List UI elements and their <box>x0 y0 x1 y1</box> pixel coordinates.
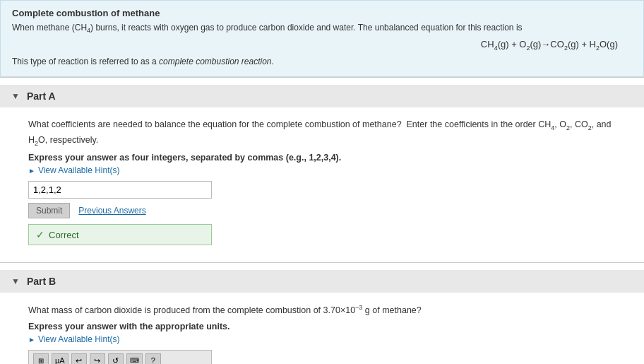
correct-box: ✓ Correct <box>28 224 212 245</box>
part-b-arrow-icon: ▼ <box>11 276 20 286</box>
value-units-toolbar: ⊞ μA ↩ ↪ ↺ ⌨ ? <box>28 350 212 364</box>
redo-button[interactable]: ↪ <box>90 353 105 364</box>
reset-button[interactable]: ↺ <box>108 353 124 364</box>
part-b-content: What mass of carbon dioxide is produced … <box>0 293 644 364</box>
grid-icon-button[interactable]: ⊞ <box>33 353 49 364</box>
redo-icon: ↪ <box>94 356 100 364</box>
mu-button[interactable]: μA <box>52 353 68 364</box>
part-b-label: Part B <box>27 276 56 287</box>
part-b-hint-arrow-icon: ► <box>28 336 35 344</box>
part-b-hint-label: View Available Hint(s) <box>38 334 120 344</box>
header-description: When methane (CH4) burns, it reacts with… <box>12 21 632 36</box>
part-a-submit-row: Submit Previous Answers <box>28 203 623 218</box>
part-a-header[interactable]: ▼ Part A <box>0 85 644 107</box>
part-b-hint-link[interactable]: ► View Available Hint(s) <box>28 334 623 344</box>
grid-icon: ⊞ <box>38 357 44 364</box>
part-a-question: What coefficients are needed to balance … <box>28 117 623 148</box>
undo-button[interactable]: ↩ <box>71 353 87 364</box>
help-icon: ? <box>151 356 155 364</box>
mu-icon: μA <box>55 356 65 364</box>
help-button[interactable]: ? <box>145 353 161 364</box>
header-box: Complete combustion of methane When meth… <box>0 0 644 77</box>
part-a-hint-link[interactable]: ► View Available Hint(s) <box>28 165 623 175</box>
part-a-answer-input[interactable] <box>28 181 212 199</box>
part-a-section: ▼ Part A What coefficients are needed to… <box>0 77 644 262</box>
part-b-header[interactable]: ▼ Part B <box>0 270 644 293</box>
part-a-arrow-icon: ▼ <box>11 91 20 101</box>
checkmark-icon: ✓ <box>36 229 44 240</box>
part-a-submit-button[interactable]: Submit <box>28 203 70 218</box>
reaction-type-text: This type of reaction is referred to as … <box>12 55 632 68</box>
part-a-hint-label: View Available Hint(s) <box>38 165 120 175</box>
header-title: Complete combustion of methane <box>12 8 632 18</box>
keyboard-icon: ⌨ <box>130 357 139 364</box>
part-b-instruction: Express your answer with the appropriate… <box>28 322 623 331</box>
part-a-instruction: Express your answer as four integers, se… <box>28 153 623 163</box>
keyboard-button[interactable]: ⌨ <box>126 353 143 364</box>
equation-display: CH4(g) + O2(g)→CO2(g) + H2O(g) <box>12 39 632 52</box>
hint-arrow-icon: ► <box>28 167 35 175</box>
reset-icon: ↺ <box>112 356 119 364</box>
part-b-question: What mass of carbon dioxide is produced … <box>28 303 623 317</box>
correct-label: Correct <box>49 230 79 240</box>
part-a-prev-answers-link[interactable]: Previous Answers <box>78 206 145 216</box>
part-b-section: ▼ Part B What mass of carbon dioxide is … <box>0 262 644 364</box>
undo-icon: ↩ <box>76 356 82 364</box>
part-a-label: Part A <box>27 90 56 102</box>
part-a-content: What coefficients are needed to balance … <box>0 107 644 255</box>
